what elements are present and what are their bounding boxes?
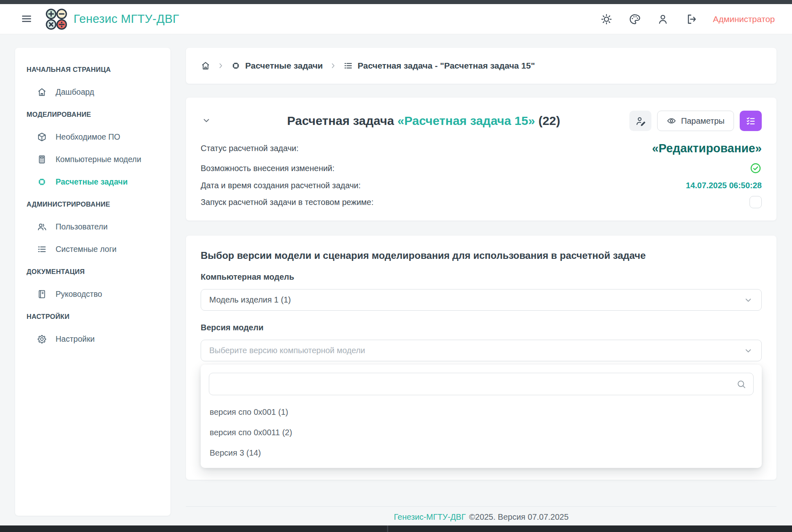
app-title: Генезис МГТУ-ДВГ: [74, 12, 179, 26]
menu-icon: [20, 13, 33, 24]
sidebar-section-settings: НАСТРОЙКИ: [15, 305, 170, 328]
theme-toggle-button[interactable]: [600, 13, 613, 26]
app-window: Генезис МГТУ-ДВГ Администратор НАЧАЛЬНАЯ…: [0, 0, 792, 532]
sidebar-section-administration: АДМИНИСТРИРОВАНИЕ: [15, 193, 170, 216]
sidebar-item-label: Пользователи: [56, 222, 107, 231]
model-selection-card: Выбор версии модели и сценария моделиров…: [186, 236, 776, 480]
check-circle-icon: [749, 162, 762, 174]
sidebar-item-users[interactable]: Пользователи: [15, 216, 170, 238]
version-option-2[interactable]: версия спо 0x0011 (2): [201, 422, 762, 443]
user-edit-icon: [635, 116, 646, 127]
user-icon: [657, 13, 669, 25]
test-mode-checkbox[interactable]: [749, 196, 762, 208]
hamburger-menu-button[interactable]: [20, 13, 34, 25]
home-icon: [37, 87, 47, 97]
collapse-toggle[interactable]: [201, 115, 212, 127]
sidebar-section-home: НАЧАЛЬНАЯ СТРАНИЦА: [15, 58, 170, 81]
selection-card-title: Выбор версии модели и сценария моделиров…: [201, 249, 762, 262]
sidebar-item-calc-tasks[interactable]: Расчетные задачи: [15, 171, 170, 193]
logs-icon: [37, 244, 47, 254]
logo-icon: [45, 8, 68, 31]
status-value: «Редактирование»: [652, 142, 762, 155]
footer-copyright: ©2025. Версия 07.07.2025: [469, 512, 569, 521]
sidebar-item-label: Настройки: [56, 334, 95, 344]
version-dropdown: версия спо 0x001 (1) версия спо 0x0011 (…: [201, 365, 762, 468]
logout-icon: [685, 13, 697, 25]
version-option-1[interactable]: версия спо 0x001 (1): [201, 402, 762, 422]
sidebar-item-label: Необходимое ПО: [56, 132, 120, 142]
task-title-suffix: (22): [535, 114, 560, 127]
edit-participants-button[interactable]: [629, 111, 651, 131]
gear-icon: [37, 334, 47, 344]
chip-icon: [231, 61, 241, 71]
breadcrumb-home[interactable]: [201, 61, 210, 71]
main-content: Расчетные задачи Расчетная задача - "Рас…: [186, 48, 776, 525]
header-actions: Администратор: [600, 13, 775, 26]
chevron-right-icon: [217, 62, 225, 70]
model-version-label: Версия модели: [201, 323, 762, 332]
palette-button[interactable]: [628, 13, 641, 26]
sidebar-item-settings[interactable]: Настройки: [15, 328, 170, 350]
sidebar-section-modeling: МОДЕЛИРОВАНИЕ: [15, 103, 170, 126]
breadcrumb-current: Расчетная задача - "Расчетная задача 15": [343, 61, 535, 71]
checklist-button[interactable]: [740, 111, 762, 131]
calculator-icon: [37, 154, 47, 165]
test-mode-row: Запуск расчетной задачи в тестовом режим…: [201, 196, 762, 209]
sidebar-section-documentation: ДОКУМЕНТАЦИЯ: [15, 260, 170, 283]
version-search: [209, 373, 754, 395]
palette-icon: [629, 13, 641, 25]
status-row: Статус расчетной задачи: «Редактирование…: [201, 141, 762, 156]
computer-model-value: Модель изделия 1 (1): [209, 295, 291, 305]
sidebar-item-label: Дашбоард: [56, 87, 94, 97]
page-body: НАЧАЛЬНАЯ СТРАНИЦА Дашбоард МОДЕЛИРОВАНИ…: [0, 34, 792, 525]
computer-model-label: Компьютерная модель: [201, 272, 762, 282]
created-row: Дата и время создания расчетной задачи: …: [201, 180, 762, 191]
sidebar-item-computer-models[interactable]: Компьютерные модели: [15, 148, 170, 171]
sun-icon: [600, 13, 613, 25]
user-role-label[interactable]: Администратор: [713, 14, 775, 24]
created-value: 14.07.2025 06:50:28: [686, 181, 762, 190]
sidebar-item-label: Расчетные задачи: [56, 177, 128, 187]
book-icon: [37, 289, 47, 299]
model-version-placeholder: Выберите версию компьютерной модели: [209, 346, 365, 355]
brand[interactable]: Генезис МГТУ-ДВГ: [45, 8, 179, 31]
chevron-down-icon: [201, 116, 211, 125]
status-label: Статус расчетной задачи:: [201, 144, 299, 153]
model-version-select[interactable]: Выберите версию компьютерной модели: [201, 340, 762, 361]
list-icon: [343, 61, 353, 71]
editable-row: Возможность внесения изменений:: [201, 162, 762, 174]
sidebar-item-dashboard[interactable]: Дашбоард: [15, 81, 170, 103]
version-search-input[interactable]: [217, 379, 736, 389]
window-top-strip: [0, 0, 792, 4]
users-icon: [37, 222, 47, 232]
chevron-right-icon: [329, 62, 337, 70]
breadcrumb-label: Расчетные задачи: [245, 61, 323, 71]
chip-icon: [37, 177, 47, 187]
sidebar-item-software[interactable]: Необходимое ПО: [15, 126, 170, 148]
chevron-down-icon: [743, 346, 753, 356]
version-options: версия спо 0x001 (1) версия спо 0x0011 (…: [201, 402, 762, 463]
logout-button[interactable]: [685, 13, 698, 26]
footer: Генезис-МГТУ-ДВГ©2025. Версия 07.07.2025: [186, 506, 776, 525]
chevron-down-icon: [743, 295, 753, 305]
sidebar-item-guide[interactable]: Руководство: [15, 283, 170, 305]
test-mode-label: Запуск расчетной задачи в тестовом режим…: [201, 198, 374, 207]
search-icon: [736, 379, 747, 390]
task-title-prefix: Расчетная задача: [287, 114, 398, 127]
version-option-3[interactable]: Версия 3 (14): [201, 443, 762, 463]
breadcrumb-tasks[interactable]: Расчетные задачи: [231, 61, 323, 71]
task-title: Расчетная задача «Расчетная задача 15» (…: [218, 114, 629, 128]
task-actions: Параметры: [629, 111, 762, 131]
sidebar-item-system-logs[interactable]: Системные логи: [15, 238, 170, 260]
parameters-button-label: Параметры: [681, 116, 725, 126]
sidebar-item-label: Руководство: [56, 289, 102, 299]
footer-brand-link[interactable]: Генезис-МГТУ-ДВГ: [394, 512, 466, 521]
computer-model-select[interactable]: Модель изделия 1 (1): [201, 289, 762, 311]
task-title-name: «Расчетная задача 15»: [397, 114, 535, 127]
home-icon: [201, 61, 210, 71]
profile-button[interactable]: [656, 13, 669, 26]
eye-icon: [667, 116, 676, 126]
sidebar-item-label: Системные логи: [56, 245, 116, 254]
parameters-button[interactable]: Параметры: [657, 111, 734, 131]
checklist-icon: [745, 116, 756, 126]
